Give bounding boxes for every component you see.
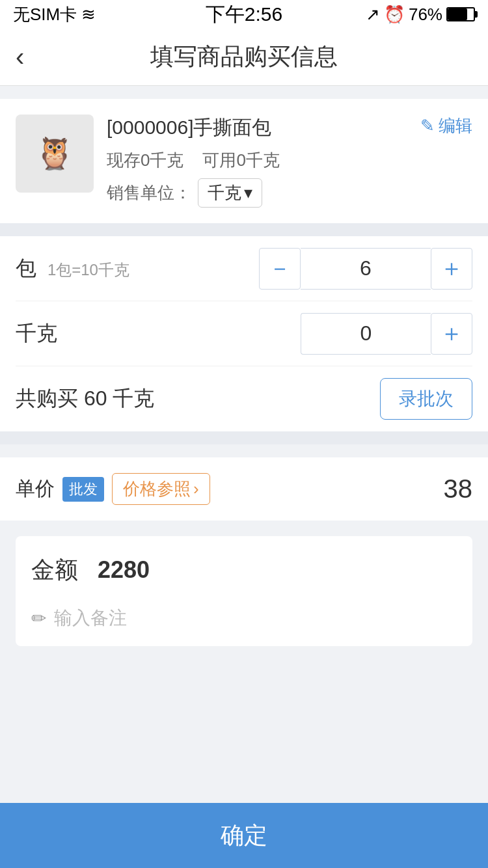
total-amount: 60 [84,387,107,410]
price-left: 单价 批发 价格参照 › [16,473,210,505]
qty-controls-kg: ＋ [301,313,472,355]
unit-value: 千克 [208,182,241,204]
unit-select[interactable]: 千克 ▾ [198,178,262,208]
alarm-icon: ⏰ [384,5,405,25]
qty-input-bag[interactable] [301,248,431,290]
price-ref-arrow: › [193,479,199,499]
edit-icon: ✎ [420,116,435,136]
increment-bag-button[interactable]: ＋ [431,248,472,290]
remark-placeholder[interactable]: 输入备注 [54,606,127,631]
qty-unit-kg: 千克 [16,321,57,345]
status-right: ↗ ⏰ 76% [366,5,475,25]
amount-section: 金额 2280 ✏ 输入备注 [0,521,488,646]
qty-unit-bag: 包 [16,256,36,280]
price-ref-button[interactable]: 价格参照 › [112,473,210,505]
qty-input-kg[interactable] [301,313,431,355]
stock-current: 现存0千克 [107,150,183,170]
price-value: 38 [444,474,473,504]
increment-kg-button[interactable]: ＋ [431,313,472,355]
total-unit: 千克 [113,387,154,410]
unit-label: 销售单位： [107,182,191,204]
batch-button[interactable]: 录批次 [380,378,472,420]
total-text: 共购买 60 千克 [16,385,154,413]
product-info: [0000006]手撕面包 现存0千克 可用0千克 销售单位： 千克 ▾ [107,115,472,208]
qty-label-kg: 千克 [16,319,301,348]
quantity-row-kg: 千克 ＋ [16,301,472,366]
battery-percent: 76% [409,5,442,25]
product-unit-row: 销售单位： 千克 ▾ [107,178,472,208]
remark-row: ✏ 输入备注 [16,595,472,646]
status-bar: 无SIM卡 ≋ 下午2:56 ↗ ⏰ 76% [0,0,488,29]
empty-space [0,646,488,828]
price-section: 单价 批发 价格参照 › 38 [0,457,488,521]
price-tag-batch: 批发 [62,477,104,502]
carrier-signal: 无SIM卡 ≋ [13,3,96,26]
product-stock: 现存0千克 可用0千克 [107,149,472,172]
product-image: 🦉 [16,115,94,193]
quantity-section: 包 1包=10千克 － ＋ 千克 ＋ [0,236,488,366]
battery-icon [446,7,475,21]
section-divider-1 [0,223,488,236]
price-ref-label: 价格参照 [123,478,191,500]
price-label: 单价 [16,476,55,502]
amount-row: 金额 2280 [16,536,472,595]
edit-label: 编辑 [439,115,472,137]
product-card: 🦉 [0000006]手撕面包 现存0千克 可用0千克 销售单位： 千克 ▾ ✎… [0,99,488,223]
price-row: 单价 批发 价格参照 › 38 [16,473,472,505]
back-button[interactable]: ‹ [16,42,24,72]
time-display: 下午2:56 [206,1,282,28]
edit-button[interactable]: ✎ 编辑 [420,115,472,137]
page-title: 填写商品购买信息 [150,41,338,73]
amount-value: 2280 [98,556,150,583]
qty-controls-bag: － ＋ [259,248,472,290]
confirm-bar[interactable]: 确定 [0,803,488,868]
location-icon: ↗ [366,5,380,25]
confirm-button[interactable]: 确定 [221,820,267,852]
total-prefix: 共购买 [16,387,84,410]
decrement-bag-button[interactable]: － [259,248,301,290]
product-logo: 🦉 [35,135,74,172]
section-divider-2 [0,431,488,444]
total-row: 共购买 60 千克 录批次 [0,366,488,431]
amount-label: 金额 [31,556,78,583]
qty-label-bag: 包 1包=10千克 [16,254,259,283]
dropdown-icon: ▾ [244,183,252,203]
stock-available: 可用0千克 [202,150,279,170]
qty-hint-bag: 1包=10千克 [47,261,129,278]
quantity-row-bag: 包 1包=10千克 － ＋ [16,236,472,301]
edit-remark-icon: ✏ [31,608,46,629]
product-name: [0000006]手撕面包 [107,115,472,141]
amount-text: 金额 2280 [31,556,150,583]
nav-bar: ‹ 填写商品购买信息 [0,29,488,86]
